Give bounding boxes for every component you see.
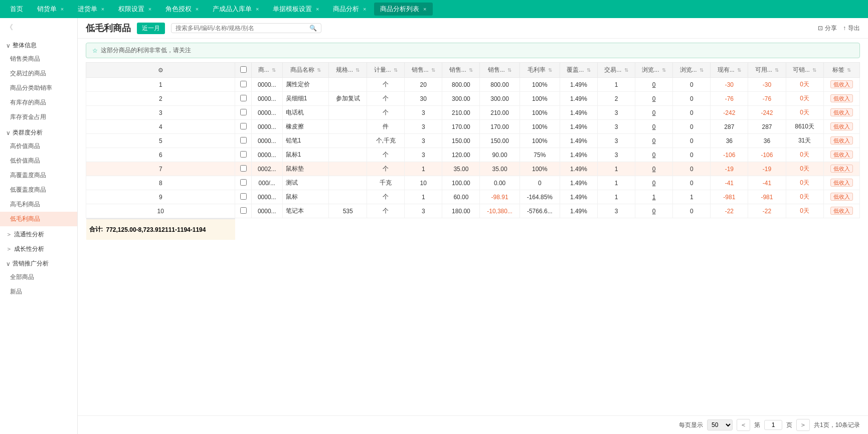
col-trade[interactable]: 交易... ⇅ bbox=[597, 63, 635, 78]
sort-icon: ⇅ bbox=[847, 67, 851, 73]
col-sales-amount[interactable]: 销售... ⇅ bbox=[480, 63, 519, 78]
sidebar-item-high-profit[interactable]: 高毛利商品 bbox=[0, 197, 77, 212]
row-checkbox-input[interactable] bbox=[240, 137, 247, 143]
row-browse1[interactable]: 1 bbox=[635, 190, 673, 204]
row-gross-rate: 100% bbox=[519, 92, 560, 106]
row-browse1[interactable]: 0 bbox=[635, 204, 673, 218]
row-checkbox-input[interactable] bbox=[240, 207, 247, 214]
row-checkbox-input[interactable] bbox=[240, 151, 247, 158]
row-checkbox[interactable] bbox=[235, 134, 251, 148]
row-browse1[interactable]: 0 bbox=[635, 92, 673, 106]
nav-item-roles[interactable]: 角色授权 × bbox=[159, 3, 205, 16]
close-icon[interactable]: × bbox=[101, 6, 104, 12]
col-settings[interactable]: ⚙ bbox=[86, 63, 235, 78]
row-browse1[interactable]: 0 bbox=[635, 106, 673, 120]
row-checkbox[interactable] bbox=[235, 148, 251, 162]
nav-item-analysis-list[interactable]: 商品分析列表 × bbox=[374, 3, 432, 16]
col-checkbox[interactable] bbox=[235, 63, 251, 78]
col-spec[interactable]: 规格... ⇅ bbox=[329, 63, 367, 78]
col-current-stock[interactable]: 现有... ⇅ bbox=[711, 63, 748, 78]
row-checkbox[interactable] bbox=[235, 106, 251, 120]
close-icon[interactable]: × bbox=[423, 6, 426, 12]
row-checkbox-input[interactable] bbox=[240, 95, 247, 101]
sidebar-group-cluster[interactable]: ∨ 类群度分析 bbox=[0, 124, 77, 139]
sidebar-group-flow[interactable]: ＞ 流通性分析 bbox=[0, 226, 77, 241]
close-icon[interactable]: × bbox=[316, 6, 319, 12]
search-input[interactable] bbox=[176, 25, 307, 32]
row-browse1[interactable]: 0 bbox=[635, 148, 673, 162]
nav-item-home[interactable]: 首页 bbox=[4, 3, 29, 16]
col-gross-rate[interactable]: 毛利率 ⇅ bbox=[519, 63, 560, 78]
sidebar-group-overall[interactable]: ∨ 整体信息 bbox=[0, 37, 77, 52]
page-input[interactable] bbox=[764, 420, 782, 430]
col-available[interactable]: 可用... ⇅ bbox=[748, 63, 786, 78]
nav-item-analysis[interactable]: 商品分析 × bbox=[327, 3, 372, 16]
sidebar-item-low-profit[interactable]: 低毛利商品 bbox=[0, 212, 77, 226]
search-icon[interactable]: 🔍 bbox=[309, 25, 317, 32]
sidebar-item-high-value[interactable]: 高价值商品 bbox=[0, 139, 77, 154]
sidebar-group-marketing[interactable]: ∨ 营销推广分析 bbox=[0, 255, 77, 270]
col-code[interactable]: 商... ⇅ bbox=[251, 63, 282, 78]
row-coverage: 1.49% bbox=[560, 134, 597, 148]
row-checkbox[interactable] bbox=[235, 92, 251, 106]
col-browse2[interactable]: 浏览... ⇅ bbox=[673, 63, 711, 78]
col-unit[interactable]: 计量... ⇅ bbox=[367, 63, 405, 78]
row-checkbox-input[interactable] bbox=[240, 123, 247, 129]
row-sales-amount: 800.00 bbox=[480, 78, 519, 92]
row-checkbox[interactable] bbox=[235, 78, 251, 92]
period-button[interactable]: 近一月 bbox=[137, 23, 165, 34]
row-browse1[interactable]: 0 bbox=[635, 162, 673, 176]
nav-item-sales[interactable]: 销货单 × bbox=[31, 3, 70, 16]
row-tag: 低收入 bbox=[823, 190, 859, 204]
col-name[interactable]: 商品名称 ⇅ bbox=[282, 63, 329, 78]
nav-item-permissions[interactable]: 权限设置 × bbox=[112, 3, 157, 16]
row-checkbox[interactable] bbox=[235, 190, 251, 204]
next-page-btn[interactable]: ＞ bbox=[796, 419, 810, 431]
search-box[interactable]: 🔍 bbox=[171, 23, 321, 33]
row-checkbox[interactable] bbox=[235, 120, 251, 134]
col-browse1[interactable]: 浏览... ⇅ bbox=[635, 63, 673, 78]
row-checkbox-input[interactable] bbox=[240, 179, 247, 186]
share-button[interactable]: ⊡ 分享 bbox=[818, 24, 837, 33]
close-icon[interactable]: × bbox=[363, 6, 366, 12]
close-icon[interactable]: × bbox=[148, 6, 151, 12]
close-icon[interactable]: × bbox=[256, 6, 259, 12]
nav-item-templates[interactable]: 单据模板设置 × bbox=[267, 3, 325, 16]
row-checkbox[interactable] bbox=[235, 162, 251, 176]
row-checkbox-input[interactable] bbox=[240, 109, 247, 115]
prev-page-btn[interactable]: ＜ bbox=[737, 419, 750, 431]
nav-item-inventory[interactable]: 产成品入库单 × bbox=[207, 3, 265, 16]
sidebar-group-growth[interactable]: ＞ 成长性分析 bbox=[0, 241, 77, 255]
close-icon[interactable]: × bbox=[61, 6, 64, 12]
collapse-sidebar-btn[interactable]: 《 bbox=[4, 21, 15, 34]
row-checkbox-input[interactable] bbox=[240, 193, 247, 200]
col-sales-qty[interactable]: 销售... ⇅ bbox=[405, 63, 442, 78]
col-coverage[interactable]: 覆盖... ⇅ bbox=[560, 63, 597, 78]
sidebar-item-all-goods[interactable]: 全部商品 bbox=[0, 270, 77, 284]
close-icon[interactable]: × bbox=[196, 6, 199, 12]
per-page-select[interactable]: 50 10 20 100 bbox=[707, 419, 733, 430]
sidebar-item-sales-goods[interactable]: 销售类商品 bbox=[0, 52, 77, 66]
row-checkbox[interactable] bbox=[235, 204, 251, 218]
sidebar-item-category-rate[interactable]: 商品分类助销率 bbox=[0, 81, 77, 95]
sidebar-item-in-stock[interactable]: 有库存的商品 bbox=[0, 95, 77, 110]
col-sellable[interactable]: 可销... ⇅ bbox=[786, 63, 823, 78]
select-all-checkbox[interactable] bbox=[240, 66, 247, 73]
col-tag[interactable]: 标签 ⇅ bbox=[823, 63, 859, 78]
row-browse1[interactable]: 0 bbox=[635, 134, 673, 148]
sidebar-item-high-coverage[interactable]: 高覆盖度商品 bbox=[0, 168, 77, 183]
row-browse1[interactable]: 0 bbox=[635, 120, 673, 134]
sidebar-item-low-coverage[interactable]: 低覆盖度商品 bbox=[0, 183, 77, 197]
row-browse1[interactable]: 0 bbox=[635, 78, 673, 92]
row-checkbox-input[interactable] bbox=[240, 165, 247, 172]
sidebar-item-new-goods[interactable]: 新品 bbox=[0, 284, 77, 299]
col-sales-price[interactable]: 销售... ⇅ bbox=[442, 63, 480, 78]
sidebar-item-traded-goods[interactable]: 交易过的商品 bbox=[0, 66, 77, 81]
sidebar-item-capital[interactable]: 库存资金占用 bbox=[0, 110, 77, 124]
row-browse1[interactable]: 0 bbox=[635, 176, 673, 190]
row-checkbox[interactable] bbox=[235, 176, 251, 190]
row-checkbox-input[interactable] bbox=[240, 81, 247, 87]
sidebar-item-low-value[interactable]: 低价值商品 bbox=[0, 154, 77, 168]
nav-item-purchase[interactable]: 进货单 × bbox=[72, 3, 110, 16]
export-button[interactable]: ↑ 导出 bbox=[843, 24, 860, 33]
